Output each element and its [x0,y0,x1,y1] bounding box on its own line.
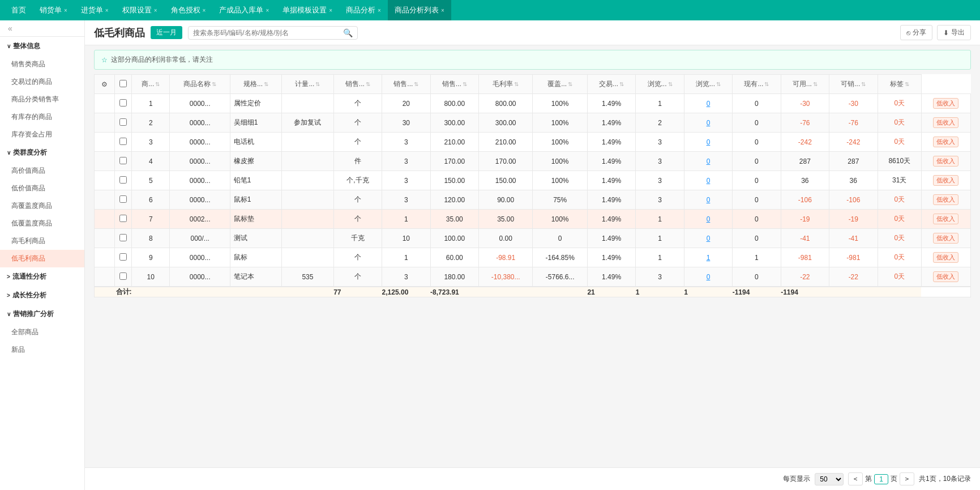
select-all-checkbox[interactable] [119,80,127,87]
close-roles-icon[interactable]: × [203,7,206,14]
nav-sales-order[interactable]: 销货单 × [33,0,74,20]
col-coverage[interactable]: 覆盖...⇅ [533,75,587,94]
col-name[interactable]: 商品名称⇅ [170,75,230,94]
sidebar-item-in-stock[interactable]: 有库存的商品 [0,108,84,126]
row-sales-qty: 10 [382,229,430,248]
row-checkbox[interactable] [115,113,132,133]
sidebar-group-marketing[interactable]: ∨ 营销推广分析 [0,305,84,323]
row-browse1[interactable]: 0 [684,190,732,210]
nav-template-settings[interactable]: 单据模板设置 × [276,0,339,20]
row-select-checkbox[interactable] [119,215,127,222]
col-sales-profit[interactable]: 销售...⇅ [430,75,478,94]
close-product-analysis-icon[interactable]: × [378,7,381,14]
close-analysis-list-icon[interactable]: × [441,7,444,14]
row-select-checkbox[interactable] [119,118,127,126]
sidebar-item-new-products[interactable]: 新品 [0,341,84,359]
sidebar-item-all-products[interactable]: 全部商品 [0,323,84,341]
col-current-stock[interactable]: 现有...⇅ [733,75,781,94]
row-select-checkbox[interactable] [119,157,127,164]
search-input[interactable] [193,29,343,37]
sidebar-item-high-value[interactable]: 高价值商品 [0,162,84,180]
row-checkbox[interactable] [115,248,132,267]
col-spec[interactable]: 规格...⇅ [230,75,281,94]
nav-permissions[interactable]: 权限设置 × [115,0,164,20]
footer-empty-4 [282,287,333,297]
row-browse1[interactable]: 0 [684,171,732,190]
close-sales-order-icon[interactable]: × [64,7,67,14]
next-page-button[interactable]: ＞ [900,472,914,485]
nav-product-analysis[interactable]: 商品分析 × [339,0,388,20]
row-checkbox[interactable] [115,94,132,113]
row-select-checkbox[interactable] [119,272,127,280]
row-select-checkbox[interactable] [119,99,127,106]
close-template-settings-icon[interactable]: × [329,7,332,14]
row-checkbox[interactable] [115,190,132,210]
sidebar-item-category-sales-rate[interactable]: 商品分类销售率 [0,91,84,108]
footer-empty-8 [878,287,921,297]
sidebar-group-general[interactable]: ∨ 整体信息 [0,37,84,56]
prev-page-button[interactable]: ＜ [848,472,863,485]
sidebar-item-high-margin[interactable]: 高毛利商品 [0,232,84,250]
col-code[interactable]: 商...⇅ [132,75,170,94]
col-setting[interactable]: ⚙ [95,75,115,94]
sidebar-item-traded-products[interactable]: 交易过的商品 [0,73,84,91]
period-button[interactable]: 近一月 [151,26,182,39]
row-browse1[interactable]: 1 [684,248,732,267]
col-gross-margin[interactable]: 毛利率⇅ [478,75,532,94]
search-icon[interactable]: 🔍 [343,28,353,37]
sidebar-group-cluster[interactable]: ∨ 类群度分析 [0,143,84,162]
row-checkbox[interactable] [115,171,132,190]
close-permissions-icon[interactable]: × [154,7,157,14]
nav-roles[interactable]: 角色授权 × [164,0,213,20]
share-button[interactable]: ⎋ 分享 [900,25,932,40]
row-unit: 个 [333,133,382,152]
col-browse1[interactable]: 浏览...⇅ [636,75,684,94]
nav-purchase-order[interactable]: 进货单 × [74,0,115,20]
sidebar-item-low-margin[interactable]: 低毛利商品 [0,250,84,267]
per-page-select[interactable]: 50 100 [815,473,844,485]
row-browse1[interactable]: 0 [684,267,732,287]
page-label: 第 [865,474,872,484]
row-browse1[interactable]: 0 [684,152,732,171]
sidebar-group-liquidity[interactable]: > 流通性分析 [0,267,84,286]
col-sales-price[interactable]: 销售...⇅ [382,75,430,94]
col-checkbox[interactable] [115,75,132,94]
row-select-checkbox[interactable] [119,138,127,145]
sidebar-collapse-btn[interactable]: « [5,24,16,33]
sidebar-group-growth[interactable]: > 成长性分析 [0,286,84,305]
row-checkbox[interactable] [115,210,132,229]
col-transaction[interactable]: 交易...⇅ [587,75,635,94]
row-select-checkbox[interactable] [119,253,127,261]
col-saleable[interactable]: 可销...⇅ [829,75,878,94]
row-browse1[interactable]: 0 [684,113,732,133]
row-select-checkbox[interactable] [119,234,127,241]
close-purchase-order-icon[interactable]: × [105,7,109,14]
sidebar-item-high-coverage[interactable]: 高覆盖度商品 [0,197,84,215]
row-select-checkbox[interactable] [119,195,127,203]
table-row: 1 0000... 属性定价 个 20 800.00 800.00 100% 1… [95,94,971,113]
sidebar-item-stock-capital[interactable]: 库存资金占用 [0,126,84,143]
sidebar-item-low-value[interactable]: 低价值商品 [0,180,84,197]
row-checkbox[interactable] [115,133,132,152]
nav-product-analysis-list[interactable]: 商品分析列表 × [388,0,451,20]
col-available[interactable]: 可用...⇅ [781,75,829,94]
col-browse2[interactable]: 浏览...⇅ [684,75,732,94]
col-tag[interactable]: 标签⇅ [878,75,921,94]
row-checkbox[interactable] [115,229,132,248]
row-checkbox[interactable] [115,152,132,171]
row-browse1[interactable]: 0 [684,133,732,152]
row-checkbox[interactable] [115,267,132,287]
row-browse1[interactable]: 0 [684,229,732,248]
sidebar-item-sales-products[interactable]: 销售类商品 [0,56,84,73]
export-button[interactable]: ⬇ 导出 [937,25,971,40]
nav-product-inbound[interactable]: 产成品入库单 × [212,0,276,20]
row-select-checkbox[interactable] [119,176,127,184]
row-code: 0000... [170,113,230,133]
sidebar-item-low-coverage[interactable]: 低覆盖度商品 [0,215,84,232]
nav-home[interactable]: 首页 [5,0,33,20]
col-unit[interactable]: 计量...⇅ [282,75,333,94]
row-browse1[interactable]: 0 [684,94,732,113]
col-sales-qty[interactable]: 销售...⇅ [333,75,382,94]
row-browse1[interactable]: 0 [684,210,732,229]
close-product-inbound-icon[interactable]: × [266,7,269,14]
